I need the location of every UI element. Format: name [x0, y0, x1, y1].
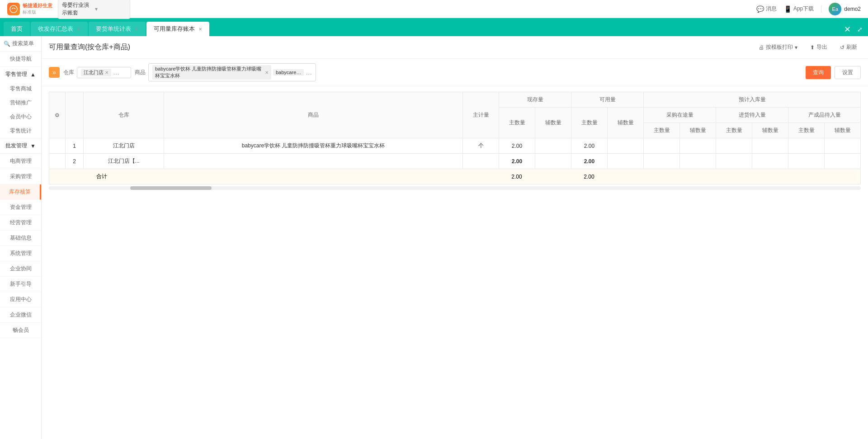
- table-row: 2 江北门店【... 2.00 2.00: [49, 154, 861, 169]
- row2-stock-aux: [535, 154, 571, 169]
- row2-unit: [463, 154, 499, 169]
- query-button[interactable]: 查询: [806, 66, 831, 79]
- sidebar-item-app-center[interactable]: 应用中心: [0, 292, 41, 307]
- remove-product-icon[interactable]: ✕: [265, 70, 269, 75]
- sidebar-item-marketing[interactable]: 营销推广: [0, 96, 41, 110]
- logo-text: 畅捷通好生意 标准版: [23, 2, 52, 15]
- expand-icon: »: [52, 69, 56, 76]
- row2-purchase-aux: [680, 154, 716, 169]
- print-btn[interactable]: 🖨 按模板打印 ▾: [755, 42, 801, 53]
- logo-area: 畅捷通好生意 标准版: [7, 2, 52, 15]
- sidebar-item-member-center[interactable]: 会员中心: [0, 110, 41, 124]
- refresh-btn[interactable]: ↺ 刷新: [836, 42, 861, 53]
- settings-col-header[interactable]: ⚙: [49, 92, 66, 138]
- row1-finished-main: [788, 138, 825, 154]
- table-container: ⚙ 仓库 商品 主计量 现存量 可用量 预计入库量 主数量 辅数量: [42, 86, 868, 195]
- sidebar-item-retail-stats[interactable]: 零售统计: [0, 124, 41, 138]
- horizontal-scrollbar[interactable]: [49, 186, 861, 190]
- row2-incoming-aux: [752, 154, 788, 169]
- product-input[interactable]: babycare学饮杯 儿童防摔防撞吸管杯重力球吸嘴杯宝宝水杯 ✕ babyca…: [148, 63, 316, 81]
- sidebar-item-retail-mall[interactable]: 零售商城: [0, 82, 41, 96]
- sidebar-item-operations[interactable]: 经营管理: [0, 215, 41, 231]
- scrollbar-thumb[interactable]: [130, 186, 212, 190]
- data-table: ⚙ 仓库 商品 主计量 现存量 可用量 预计入库量 主数量 辅数量: [49, 92, 861, 169]
- sidebar-item-enterprise-collab[interactable]: 企业协同: [0, 261, 41, 277]
- sidebar-item-quick-nav[interactable]: 快捷导航: [0, 52, 41, 67]
- footer-avail-aux: [607, 174, 643, 180]
- footer-values: 2.00 2.00: [120, 174, 860, 180]
- row1-product: babycare学饮杯 儿童防摔防撞吸管杯重力球吸嘴杯宝宝水杯: [164, 138, 463, 154]
- no-col-header: [66, 92, 84, 138]
- export-btn[interactable]: ⬆ 导出: [807, 42, 831, 53]
- warehouse-tag: 江北门店 ✕: [81, 69, 111, 76]
- avail-aux-header: 辅数量: [608, 108, 644, 138]
- sidebar-item-new-guide[interactable]: 新手引导: [0, 277, 41, 292]
- filter-actions: 查询 设置: [806, 66, 861, 79]
- avatar: Ea: [829, 3, 841, 15]
- setting-button[interactable]: 设置: [835, 66, 861, 79]
- export-icon: ⬆: [810, 44, 815, 51]
- product-more-icon[interactable]: …: [306, 69, 312, 76]
- row2-purchase-main: [644, 154, 680, 169]
- sidebar-item-member[interactable]: 畅会员: [0, 323, 41, 338]
- product-tag-1: babycare学饮杯 儿童防摔防撞吸管杯重力球吸嘴杯宝宝水杯 ✕: [152, 65, 271, 80]
- close-order-stats-icon[interactable]: ✕: [135, 27, 138, 32]
- table-row: 1 江北门店 babycare学饮杯 儿童防摔防撞吸管杯重力球吸嘴杯宝宝水杯 个…: [49, 138, 861, 154]
- filter-expand-btn[interactable]: »: [49, 67, 60, 78]
- message-btn[interactable]: 💬 消息: [756, 5, 777, 13]
- divider: [821, 5, 821, 13]
- app-download-btn[interactable]: 📱 App下载: [784, 5, 814, 13]
- sidebar-item-finance[interactable]: 资金管理: [0, 200, 41, 215]
- tab-order-stats[interactable]: 要货单统计表 ✕: [89, 22, 146, 36]
- sidebar-search: 🔍 搜索菜单: [0, 36, 41, 52]
- sidebar-group-header-retail[interactable]: 零售管理 ▲: [0, 67, 41, 82]
- current-stock-header: 现存量: [499, 92, 571, 108]
- row1-purchase-main: [644, 138, 680, 154]
- row1-stock-main: 2.00: [499, 138, 535, 154]
- product-label: 商品: [135, 69, 146, 76]
- footer-purchase-aux: [679, 174, 716, 180]
- product-filter-group: 商品 babycare学饮杯 儿童防摔防撞吸管杯重力球吸嘴杯宝宝水杯 ✕ bab…: [135, 63, 316, 81]
- warehouse-col-header: 仓库: [84, 92, 164, 138]
- expand-nav-icon[interactable]: ⤢: [855, 24, 864, 35]
- close-all-tabs-icon[interactable]: ✕: [842, 23, 853, 36]
- chevron-down-icon: ▼: [30, 143, 36, 149]
- tab-receivable[interactable]: 收发存汇总表 ✕: [31, 22, 88, 36]
- sidebar-item-purchase[interactable]: 采购管理: [0, 169, 41, 184]
- sidebar-item-inventory[interactable]: 库存核算: [0, 184, 41, 200]
- row2-finished-aux: [825, 154, 861, 169]
- chevron-down-icon: ▾: [95, 6, 126, 12]
- search-menu-label[interactable]: 🔍 搜索菜单: [4, 40, 38, 47]
- sidebar-item-system[interactable]: 系统管理: [0, 246, 41, 261]
- footer-label: 合计: [84, 173, 120, 180]
- footer-stock-aux: [535, 174, 571, 180]
- sidebar-item-base-info[interactable]: 基础信息: [0, 231, 41, 246]
- warehouse-more-icon[interactable]: …: [113, 69, 119, 76]
- finished-header: 产成品待入量: [788, 108, 861, 123]
- sidebar-group-wholesale: 批发管理 ▼: [0, 138, 41, 154]
- sidebar-item-wechat[interactable]: 企业微信: [0, 307, 41, 323]
- close-available-icon[interactable]: ✕: [198, 27, 202, 32]
- row1-avail-main: 2.00: [571, 138, 608, 154]
- chevron-up-icon: ▲: [30, 71, 36, 78]
- footer-finished-aux: [824, 174, 860, 180]
- page-header: 可用量查询(按仓库+商品) 🖨 按模板打印 ▾ ⬆ 导出 ↺ 刷新: [42, 36, 868, 59]
- filter-bar: » 仓库 江北门店 ✕ … 商品 b: [42, 59, 868, 86]
- purchase-onway-header: 采购在途量: [644, 108, 716, 123]
- finished-aux-header: 辅数量: [825, 123, 861, 138]
- tab-available[interactable]: 可用量库存账本 ✕: [146, 22, 209, 36]
- warehouse-input[interactable]: 江北门店 ✕ …: [77, 67, 131, 78]
- close-receivable-icon[interactable]: ✕: [77, 27, 80, 32]
- logo-icon: [7, 3, 20, 15]
- top-bar-left: 畅捷通好生意 标准版 母婴行业演示账套 ▾: [7, 0, 130, 19]
- org-selector[interactable]: 母婴行业演示账套 ▾: [58, 0, 130, 19]
- avail-main-header: 主数量: [571, 108, 608, 138]
- remove-warehouse-icon[interactable]: ✕: [105, 70, 108, 75]
- tab-home[interactable]: 首页: [4, 22, 30, 36]
- unit-col-header: 主计量: [463, 92, 499, 138]
- sidebar: 🔍 搜索菜单 快捷导航 零售管理 ▲ 零售商城 营销推广 会员中心 零售统计 批…: [0, 36, 42, 439]
- sidebar-group-header-wholesale[interactable]: 批发管理 ▼: [0, 138, 41, 153]
- user-profile[interactable]: Ea demo2: [829, 3, 861, 15]
- footer-stock-main: 2.00: [499, 174, 535, 180]
- sidebar-item-ecom[interactable]: 电商管理: [0, 154, 41, 169]
